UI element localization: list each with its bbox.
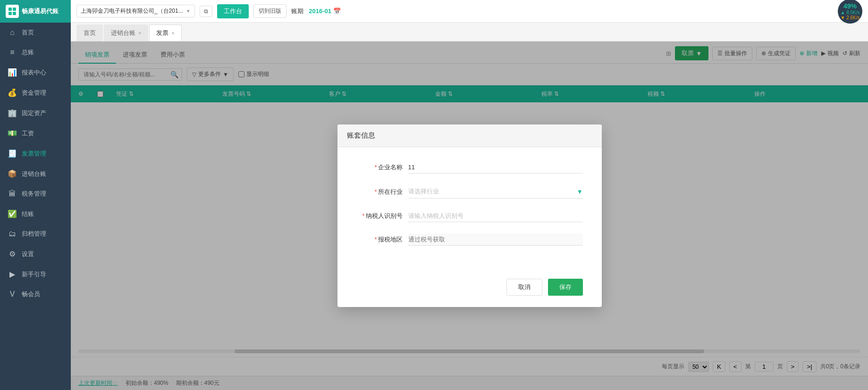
modal-body: *企业名称 *所在行业 请选择行业 ▼ xyxy=(337,147,602,271)
workbench-button[interactable]: 工作台 xyxy=(217,4,249,18)
company-dropdown-arrow: ▼ xyxy=(186,8,191,14)
sidebar-label-settings: 设置 xyxy=(22,250,34,258)
sidebar-item-member[interactable]: V 畅会员 xyxy=(0,284,71,304)
sidebar-item-purchase[interactable]: 📦 进销台账 xyxy=(0,164,71,184)
sidebar-item-invoice[interactable]: 🧾 发票管理 xyxy=(0,143,71,164)
modal-dialog: 账套信息 *企业名称 *所在行业 xyxy=(337,124,602,307)
topbar: 上海卯金刀电子科技有限公司_（台201... ▼ ⧉ 工作台 切到旧版 账期 2… xyxy=(71,0,868,23)
tab-purchase-close[interactable]: × xyxy=(138,30,141,36)
main-content: 上海卯金刀电子科技有限公司_（台201... ▼ ⧉ 工作台 切到旧版 账期 2… xyxy=(71,0,868,390)
purchase-icon: 📦 xyxy=(8,169,17,178)
sidebar-item-funds[interactable]: 💰 资金管理 xyxy=(0,83,71,103)
svg-rect-2 xyxy=(8,12,12,15)
svg-rect-0 xyxy=(8,8,12,11)
sidebar-label-ledger: 总账 xyxy=(22,48,34,57)
archive-icon: 🗂 xyxy=(8,230,17,238)
payroll-icon: 💵 xyxy=(8,129,17,138)
sidebar-item-guide[interactable]: ▶ 新手引导 xyxy=(0,264,71,284)
guide-icon: ▶ xyxy=(8,270,17,279)
calendar-icon[interactable]: 📅 xyxy=(333,8,341,15)
sidebar-item-payroll[interactable]: 💵 工资 xyxy=(0,123,71,143)
settings-icon: ⚙ xyxy=(8,249,17,258)
sidebar-label-purchase: 进销台账 xyxy=(22,170,46,178)
form-row-industry: *所在行业 请选择行业 ▼ xyxy=(356,185,583,199)
sidebar-label-settle: 结账 xyxy=(22,210,34,218)
sidebar-label-home: 首页 xyxy=(22,28,34,37)
save-button[interactable]: 保存 xyxy=(548,279,583,296)
tax-id-label: *纳税人识别号 xyxy=(356,212,408,220)
tabbar: 首页 进销台账 × 发票 × xyxy=(71,23,868,41)
sidebar-label-guide: 新手引导 xyxy=(22,270,46,279)
tax-region-input xyxy=(408,233,583,246)
content-area: 销项发票 进项发票 费用小票 ⊞ 取票 ▼ ☰ 批量操作 xyxy=(71,41,868,390)
sidebar-label-invoice: 发票管理 xyxy=(22,149,46,158)
sidebar-label-member: 畅会员 xyxy=(22,290,40,299)
industry-select[interactable]: 请选择行业 ▼ xyxy=(408,185,583,199)
modal-header: 账套信息 xyxy=(337,124,602,147)
sidebar-item-settle[interactable]: ✅ 结账 xyxy=(0,204,71,224)
tax-id-input[interactable] xyxy=(408,210,583,222)
tab-invoice[interactable]: 发票 × xyxy=(149,25,181,41)
tax-region-label: *报税地区 xyxy=(356,235,408,244)
svg-rect-1 xyxy=(13,8,16,11)
company-name: 上海卯金刀电子科技有限公司_（台201... xyxy=(81,7,183,15)
logo-icon xyxy=(6,5,19,18)
topbar-copy-button[interactable]: ⧉ xyxy=(200,6,212,17)
industry-label: *所在行业 xyxy=(356,188,408,196)
industry-dropdown-icon: ▼ xyxy=(577,188,583,195)
reports-icon: 📊 xyxy=(8,68,17,77)
sidebar-item-settings[interactable]: ⚙ 设置 xyxy=(0,244,71,264)
sidebar-item-archive[interactable]: 🗂 归档管理 xyxy=(0,224,71,244)
tab-home[interactable]: 首页 xyxy=(76,25,103,41)
modal-footer: 取消 保存 xyxy=(337,271,602,307)
sidebar-label-tax: 税务管理 xyxy=(22,190,46,198)
sidebar-label-funds: 资金管理 xyxy=(22,89,46,97)
company-name-input[interactable] xyxy=(408,161,583,174)
cancel-button[interactable]: 取消 xyxy=(506,279,542,296)
settle-icon: ✅ xyxy=(8,209,17,218)
member-icon: V xyxy=(8,290,17,299)
ledger-icon: ≡ xyxy=(8,48,17,57)
speed-indicator: 49% ▲ 8.5K/s ▼ 2.6K/s xyxy=(838,0,862,24)
sidebar-label-archive: 归档管理 xyxy=(22,230,46,238)
company-name-label: *企业名称 xyxy=(356,163,408,172)
sidebar-logo: 畅康通易代账 xyxy=(0,0,71,23)
copy-icon: ⧉ xyxy=(204,8,208,15)
tab-purchase[interactable]: 进销台账 × xyxy=(104,25,148,41)
period-label: 账期 2016-01 📅 xyxy=(291,7,341,16)
topbar-right: 49% ▲ 8.5K/s ▼ 2.6K/s xyxy=(838,0,862,24)
tax-icon: 🏛 xyxy=(8,190,17,198)
company-selector[interactable]: 上海卯金刀电子科技有限公司_（台201... ▼ xyxy=(76,5,195,17)
invoice-icon: 🧾 xyxy=(8,149,17,158)
modal-overlay: 账套信息 *企业名称 *所在行业 xyxy=(71,41,868,390)
sidebar-item-tax[interactable]: 🏛 税务管理 xyxy=(0,184,71,204)
form-row-tax-region: *报税地区 xyxy=(356,233,583,246)
switch-old-button[interactable]: 切到旧版 xyxy=(253,4,287,18)
sidebar-item-assets[interactable]: 🏢 固定资产 xyxy=(0,103,71,123)
tab-invoice-close[interactable]: × xyxy=(171,30,174,36)
sidebar-item-reports[interactable]: 📊 报表中心 xyxy=(0,62,71,83)
sidebar-item-home[interactable]: ⌂ 首页 xyxy=(0,23,71,42)
sidebar-item-ledger[interactable]: ≡ 总账 xyxy=(0,42,71,62)
svg-rect-3 xyxy=(13,12,16,15)
sidebar-label-assets: 固定资产 xyxy=(22,109,46,117)
sidebar-label-reports: 报表中心 xyxy=(22,68,46,77)
assets-icon: 🏢 xyxy=(8,108,17,117)
home-icon: ⌂ xyxy=(8,28,17,37)
form-row-company-name: *企业名称 xyxy=(356,161,583,174)
funds-icon: 💰 xyxy=(8,88,17,97)
sidebar: 畅康通易代账 ⌂ 首页 ≡ 总账 📊 报表中心 💰 资金管理 🏢 固定资产 💵 … xyxy=(0,0,71,390)
logo-text: 畅康通易代账 xyxy=(22,7,59,16)
sidebar-label-payroll: 工资 xyxy=(22,129,34,138)
form-row-tax-id: *纳税人识别号 xyxy=(356,210,583,222)
industry-placeholder: 请选择行业 xyxy=(408,187,439,196)
